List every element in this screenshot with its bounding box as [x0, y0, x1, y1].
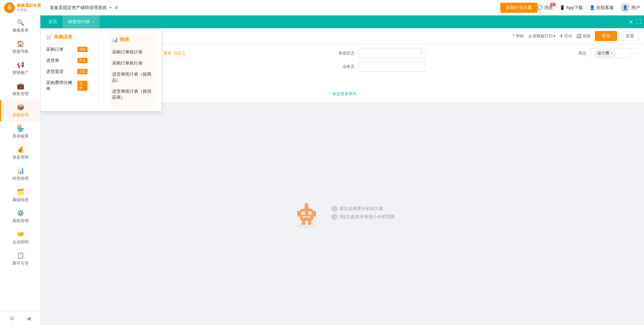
export-label: 导出	[564, 33, 572, 39]
funds-icon: 💰	[17, 146, 24, 153]
salesperson-select[interactable]	[359, 62, 426, 72]
sidebar-item-search[interactable]: 🔍 搜索菜单	[0, 15, 40, 37]
tip-num-2: 2	[331, 214, 337, 220]
sidebar-item-purchase-label: 采购管理	[12, 112, 29, 118]
message-badge: 6	[550, 3, 556, 6]
goods-receipt-history-badge: 历史	[77, 58, 87, 63]
refresh-button[interactable]: 🔄 刷新	[576, 33, 591, 39]
sidebar-item-search-label: 搜索菜单	[12, 28, 29, 33]
top-header: 6 畅捷通好生意 标准版 装备及固定资产辅助管理系统 ▾ ⚙ 体验行业方案 💬 …	[0, 0, 644, 15]
purchase-col-icon: 🛒	[46, 34, 52, 40]
purchase-order-label: 采购订单	[46, 46, 64, 52]
goods-select[interactable]: 设计费 ×	[591, 48, 631, 58]
tip-text-1: 请先选择要分析的方案	[339, 206, 383, 212]
tab-wrapper: 首页 销售排行榜 × ✕ ⛶ 🛒 采购业务	[40, 15, 644, 28]
sidebar-item-marketing-label: 营销推广	[12, 70, 29, 76]
logo-text: 畅捷通好生意 标准版	[17, 3, 41, 12]
sidebar-item-purchase[interactable]: 📦 采购管理	[0, 100, 40, 121]
message-button[interactable]: 💬 消息 6	[537, 5, 553, 11]
menu-item-goods-receipt[interactable]: 进货单 历史	[46, 55, 87, 66]
system-dropdown-icon[interactable]: ▾	[109, 5, 112, 10]
settings-button[interactable]: 设置	[621, 31, 639, 41]
system-gear-icon[interactable]: ⚙	[114, 5, 118, 10]
user-avatar: 👤	[620, 3, 630, 12]
sidebar-item-enterprise-label: 企业协同	[12, 239, 29, 245]
empty-state: 1 请先选择要分析的方案 2 用[过滤]条件来缩小分析范围	[40, 103, 644, 325]
sidebar: 🔍 搜索菜单 🏠 快捷导航 📢 营销推广 💼 销售管理 📦 采购管理 🏪 库存核…	[0, 15, 40, 325]
app-label: App下载	[566, 5, 583, 11]
logo-main-text: 畅捷通好生意	[17, 3, 41, 8]
bill-status-select[interactable]: ▾	[359, 48, 426, 58]
main-layout: 🔍 搜索菜单 🏠 快捷导航 📢 营销推广 💼 销售管理 📦 采购管理 🏪 库存核…	[0, 15, 644, 325]
print-icon: 🖨	[528, 34, 532, 38]
sidebar-item-operations[interactable]: 📊 经营管理	[0, 164, 40, 185]
service-label: 在线客服	[596, 5, 614, 11]
purchase-icon: 📦	[17, 104, 24, 111]
menu-item-po-exec[interactable]: 采购订单执行表	[112, 58, 153, 69]
content-area: 首页 销售排行榜 × ✕ ⛶ 🛒 采购业务	[40, 15, 644, 325]
svg-point-6	[305, 203, 308, 206]
sidebar-item-quick-nav[interactable]: 🏠 快捷导航	[0, 37, 40, 58]
sidebar-item-inventory[interactable]: 🏪 库存核算	[0, 121, 40, 143]
sidebar-collapse-icon[interactable]: ◀	[27, 315, 31, 322]
app-download-button[interactable]: 📱 App下载	[560, 5, 583, 11]
print-dropdown-icon[interactable]: ▾	[553, 34, 556, 38]
report-col-icon: 📊	[112, 37, 118, 42]
tab-home[interactable]: 首页	[43, 15, 63, 28]
message-icon: 💬	[537, 5, 543, 10]
purchase-expense-label: 采购费用分摊单	[46, 80, 75, 92]
empty-tip-2: 2 用[过滤]条件来缩小分析范围	[331, 214, 394, 220]
query-button[interactable]: 查询	[595, 31, 617, 41]
menu-item-receipt-stats-goods[interactable]: 进货单统计表（按商品）	[112, 69, 153, 86]
print-label: 按模板打印	[533, 33, 553, 39]
svg-rect-1	[300, 209, 313, 221]
tab-expand-icon[interactable]: ⛶	[636, 19, 641, 25]
sidebar-settings-icon[interactable]: ⚙	[9, 315, 14, 322]
goods-more-icon[interactable]: ···	[635, 51, 639, 56]
svg-rect-3	[308, 211, 312, 215]
header-right: 💬 消息 6 📱 App下载 👤 在线客服 👤 用户	[537, 3, 640, 12]
sidebar-item-funds-label: 资金管理	[12, 155, 29, 160]
logo-area: 6 畅捷通好生意 标准版	[4, 2, 44, 13]
goods-tag-close[interactable]: ×	[611, 51, 613, 55]
tab-close-icon[interactable]: ✕	[629, 19, 633, 25]
sidebar-item-enterprise[interactable]: 🤝 企业协同	[0, 227, 40, 248]
tab-sales-rank-close[interactable]: ×	[92, 19, 94, 24]
sidebar-item-system[interactable]: ⚙️ 系统管理	[0, 206, 40, 227]
menu-item-purchase-expense[interactable]: 采购费用分摊单 历史	[46, 77, 87, 94]
collapse-up-icon: ⌃	[328, 92, 331, 96]
sidebar-item-base-info-label: 基础信息	[12, 197, 29, 203]
sidebar-item-system-label: 系统管理	[12, 218, 29, 224]
menu-item-purchase-order[interactable]: 采购订单 历史	[46, 44, 87, 55]
tab-sales-rank[interactable]: 销售排行榜 ×	[63, 15, 100, 28]
popup-report-column: 📊 报表 采购订单统计表 采购订单执行表 进货单统计表（按商品） 进货单统计表（…	[109, 34, 156, 106]
menu-item-receipt-stats-supplier[interactable]: 进货单统计表（按供应商）	[112, 86, 153, 103]
dropdown-popup: 🛒 采购业务 采购订单 历史 进货单 历史 进货退货 历史	[40, 28, 162, 111]
menu-item-po-stats[interactable]: 采购订单统计表	[112, 47, 153, 58]
sidebar-item-base-info[interactable]: 🗂️ 基础信息	[0, 185, 40, 206]
svg-rect-9	[302, 220, 305, 225]
home-icon: 🏠	[17, 40, 24, 47]
tab-sales-rank-label: 销售排行榜	[68, 19, 90, 25]
custom-btn[interactable]: 自定义	[174, 50, 186, 56]
more-btn[interactable]: 更多	[164, 50, 172, 56]
refresh-icon: 🔄	[576, 34, 581, 38]
sidebar-item-marketing[interactable]: 📢 营销推广	[0, 58, 40, 79]
sidebar-bottom: ⚙ ◀	[0, 312, 40, 325]
sidebar-item-sales[interactable]: 💼 销售管理	[0, 79, 40, 100]
logo-icon: 6	[4, 2, 15, 13]
salesperson-more-icon[interactable]: ···	[430, 64, 434, 69]
marketing-icon: 📢	[17, 61, 24, 69]
export-button[interactable]: ⬆ 导出	[560, 33, 572, 39]
sidebar-item-newbie[interactable]: 📋 新手引导	[0, 248, 40, 270]
help-button[interactable]: ? 帮助	[512, 33, 524, 39]
collapse-button[interactable]: ⌃ 收起更多条件	[328, 90, 357, 98]
trial-button[interactable]: 体验行业方案	[500, 3, 537, 13]
menu-item-goods-return[interactable]: 进货退货 历史	[46, 66, 87, 77]
sidebar-item-funds[interactable]: 💰 资金管理	[0, 143, 40, 164]
print-button[interactable]: 🖨 按模板打印 ▾	[528, 33, 556, 39]
online-service-button[interactable]: 👤 在线客服	[589, 5, 614, 11]
user-menu[interactable]: 👤 用户	[620, 3, 640, 12]
refresh-label: 刷新	[583, 33, 591, 39]
newbie-icon: 📋	[17, 252, 24, 259]
